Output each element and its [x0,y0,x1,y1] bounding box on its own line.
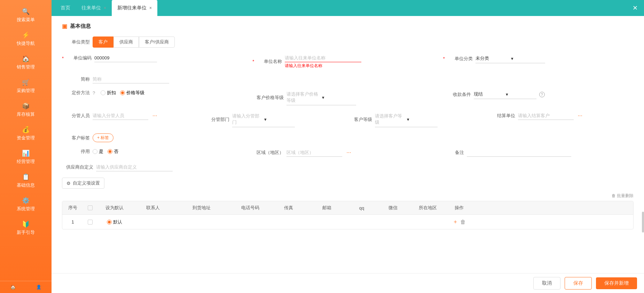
delete-row-icon[interactable]: 🗑 [459,219,467,225]
disabled-yes-option[interactable]: 是 [93,148,103,155]
unit-type-customer-btn[interactable]: 客户 [93,36,113,48]
email-input[interactable] [309,219,345,225]
add-tag-button[interactable]: + 标签 [93,133,113,142]
supplier-custom-row: 供应商自定义 [62,163,634,171]
batch-delete-label: 批量删除 [617,193,634,198]
supplier-custom-label: 供应商自定义 [62,164,93,170]
section-icon: ▣ [62,23,67,30]
unit-category-select[interactable]: 未分类 ▾ [476,54,545,63]
disabled-field: 停用 是 否 [62,148,252,155]
sidebar-item-finance[interactable]: 💰 资金管理 [0,122,52,145]
row-region[interactable] [410,215,445,229]
sidebar-item-quick-nav[interactable]: ⚡ 快捷导航 [0,27,52,51]
customer-level-select[interactable]: 请选择客户等级 ▾ [375,112,438,127]
tab-home[interactable]: 首页 [55,0,76,16]
settlement-more-btn[interactable]: ··· [576,113,584,119]
cart-icon: 🛒 [22,79,30,86]
wechat-input[interactable] [378,219,408,225]
sidebar-item-label: 新手引导 [17,229,35,236]
fax-input[interactable] [274,219,303,225]
unit-name-input[interactable] [285,54,361,62]
qq-input[interactable] [351,219,373,225]
customer-price-select[interactable]: 请选择客户价格等级 ▾ [286,90,356,105]
row-contact[interactable] [132,215,174,229]
col-fax-header: 传真 [271,201,306,214]
unit-code-input[interactable] [94,54,157,62]
pricing-discount-option[interactable]: 折扣 [101,90,116,96]
cancel-button[interactable]: 取消 [533,277,560,290]
sidebar-user-btn[interactable]: 👤 [36,285,41,290]
unit-category-field: * 单位分类 未分类 ▾ [443,54,634,63]
abbreviation-input[interactable] [93,75,169,83]
radio-dot [109,150,111,153]
settlement-input[interactable] [518,112,574,120]
chevron-down-icon: ▾ [322,95,356,100]
sidebar-item-inventory[interactable]: 📦 库存核算 [0,98,52,122]
contact-input[interactable] [135,219,171,225]
region-input[interactable] [286,148,342,157]
department-select[interactable]: 请输入分管部门 ▾ [232,112,295,127]
main-area: 首页 往来单位 × 新增往来单位 × ✕ ▣ 基本信息 单位类型 客户 供应商 … [52,0,644,293]
row-region-input[interactable] [413,219,442,225]
unit-type-both-btn[interactable]: 客户/供应商 [139,36,175,48]
sidebar-item-basic[interactable]: 📋 基础信息 [0,169,52,193]
radio-dot [121,91,124,94]
select-all-checkbox[interactable] [88,205,93,210]
col-default-header: 设为默认 [97,201,132,214]
remarks-input[interactable] [467,148,571,157]
unit-type-field: 单位类型 客户 供应商 客户/供应商 [62,36,634,48]
col-check-header [83,201,97,214]
row-address[interactable] [174,215,229,229]
customer-price-placeholder: 请选择客户价格等级 [286,91,321,104]
manager-input[interactable] [93,112,148,120]
row-fax[interactable] [271,215,306,229]
save-new-button[interactable]: 保存并新增 [596,277,637,289]
address-input[interactable] [176,219,227,225]
default-radio[interactable] [107,220,112,225]
phone-input[interactable] [232,219,268,225]
sidebar-item-system[interactable]: ⚙️ 系统管理 [0,193,52,216]
save-button[interactable]: 保存 [565,277,592,290]
sidebar-item-sales[interactable]: 🏠 销售管理 [0,51,52,74]
department-placeholder: 请输入分管部门 [232,113,263,125]
disabled-no-radio[interactable] [108,149,112,154]
row-wechat[interactable] [376,215,410,229]
row-qq[interactable] [348,215,376,229]
tab-partners[interactable]: 往来单位 × [76,0,112,16]
box-icon: 📦 [22,102,30,110]
custom-settings-button[interactable]: ⚙ 自定义项设置 [62,178,104,189]
row-phone[interactable] [229,215,271,229]
payment-terms-info-icon[interactable]: ? [539,92,545,97]
batch-delete-btn[interactable]: 🗑 批量删除 [62,193,634,199]
region-more-btn[interactable]: ··· [345,149,352,156]
manager-more-btn[interactable]: ··· [151,113,158,119]
unit-type-supplier-btn[interactable]: 供应商 [113,36,139,48]
pricing-help-icon[interactable]: ? [93,90,95,96]
add-row-icon[interactable]: ＋ [451,218,459,226]
sidebar-item-guide[interactable]: 🔰 新手引导 [0,216,52,240]
sidebar-item-search[interactable]: 🔍 搜索菜单 [0,3,52,27]
tab-new-partner-close[interactable]: × [149,6,152,10]
sidebar-item-purchase[interactable]: 🛒 采购管理 [0,74,52,98]
disabled-no-option[interactable]: 否 [108,148,118,155]
row-checkbox[interactable] [88,220,93,225]
pricing-row: 定价方法 ? 折扣 价格等级 客户价格等级 [62,90,634,105]
settlement-label: 结算单位 [491,113,515,119]
row-default-radio-item[interactable]: 默认 [107,219,122,225]
payment-terms-select[interactable]: 现结 ▾ [474,90,536,99]
sidebar-item-label: 系统管理 [17,206,35,212]
tab-new-partner[interactable]: 新增往来单位 × [112,0,157,16]
pricing-level-option[interactable]: 价格等级 [120,90,144,96]
supplier-custom-input[interactable] [96,163,173,171]
sidebar-home-btn[interactable]: 🏠 [10,285,16,290]
row-email[interactable] [306,215,348,229]
tab-partners-close[interactable]: × [104,6,106,10]
discount-radio[interactable] [101,90,105,95]
sidebar-item-operation[interactable]: 📊 经营管理 [0,145,52,169]
price-level-radio[interactable] [120,90,125,95]
disabled-label: 停用 [62,148,90,155]
close-all-button[interactable]: ✕ [630,4,641,12]
pricing-radio-group: 折扣 价格等级 [101,90,144,96]
chevron-down-icon: ▾ [407,117,438,122]
disabled-yes-radio[interactable] [93,149,97,154]
